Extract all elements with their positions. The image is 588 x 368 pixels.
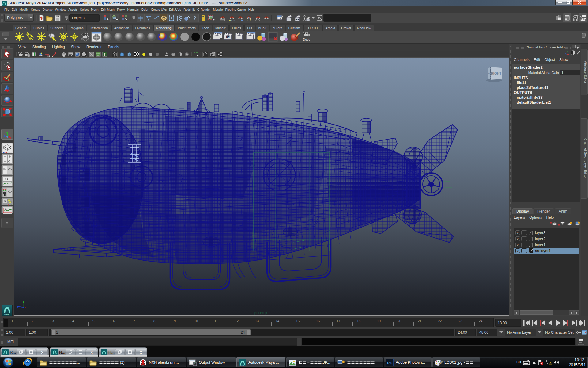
svg-text:z: z xyxy=(17,305,18,308)
svg-text:w: w xyxy=(488,72,490,75)
svg-text:RIGHT: RIGHT xyxy=(491,71,502,75)
svg-text:MAYA: MAYA xyxy=(240,365,244,366)
svg-text:?: ? xyxy=(193,15,196,21)
svg-text:MAYA: MAYA xyxy=(4,313,9,315)
svg-text:T: T xyxy=(104,52,106,56)
svg-text:Ps: Ps xyxy=(387,361,392,365)
svg-text:y: y xyxy=(23,300,24,303)
svg-text:x: x xyxy=(25,306,27,309)
svg-text:PR: PR xyxy=(226,36,230,39)
svg-text:IPR: IPR xyxy=(296,18,300,21)
